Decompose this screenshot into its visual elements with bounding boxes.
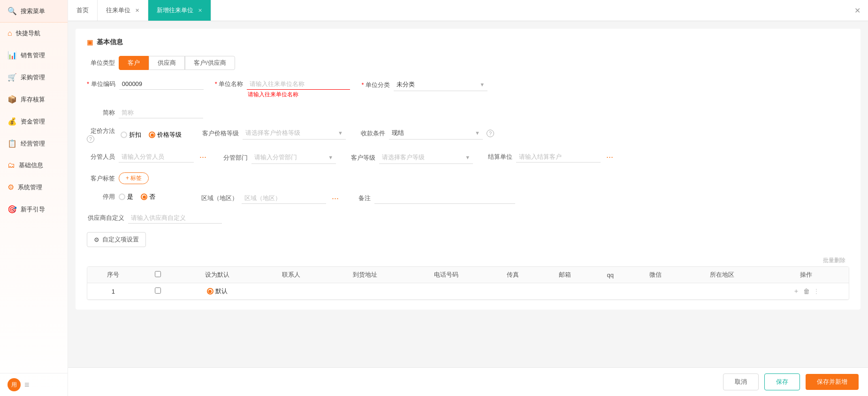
row-region (682, 283, 763, 300)
main-area: 首页 往来单位 ✕ 新增往来单位 ✕ ✕ ▣ 基本信息 单位类型 客户 (68, 0, 868, 396)
sidebar-item-operation[interactable]: 📋 经营管理 (0, 132, 68, 155)
unit-category-chevron: ▼ (480, 82, 485, 87)
customer-price-level-chevron: ▼ (338, 130, 343, 136)
sidebar-item-sales[interactable]: 📊 销售管理 (0, 44, 68, 66)
unit-btn-customer[interactable]: 客户 (119, 56, 149, 70)
unit-code-label: * 单位编码 (87, 80, 115, 88)
customer-level-chevron: ▼ (465, 155, 470, 160)
operation-icon: 📋 (8, 139, 17, 148)
radio-level[interactable]: 价格等级 (149, 131, 182, 139)
department-field: 分管部门 请输入分管部门 ▼ (220, 151, 336, 164)
row-fax (487, 283, 539, 300)
radio-no-label: 否 (149, 193, 155, 201)
unit-category-select[interactable]: 未分类 ▼ (394, 78, 487, 91)
region-more-icon[interactable]: ··· (330, 194, 341, 202)
unit-name-input[interactable] (247, 78, 350, 90)
save-new-button[interactable]: 保存并新增 (806, 374, 859, 390)
tab-partners-label: 往来单位 (106, 6, 130, 15)
region-input[interactable] (242, 193, 326, 204)
user-avatar: 用 (8, 378, 21, 391)
sidebar-item-quicknav[interactable]: ⌂ 快捷导航 (0, 23, 68, 44)
sidebar-label-finance: 资金管理 (21, 117, 45, 126)
window-close-button[interactable]: ✕ (847, 6, 868, 15)
radio-yes[interactable]: 是 (119, 193, 133, 201)
sidebar-item-finance[interactable]: 💰 资金管理 (0, 110, 68, 132)
supplier-custom-input[interactable] (128, 212, 222, 224)
manager-more-icon[interactable]: ··· (198, 153, 208, 161)
customer-level-select[interactable]: 请选择客户等级 ▼ (379, 151, 473, 164)
gear-icon: ⚙ (94, 236, 99, 243)
basic-info-card: ▣ 基本信息 单位类型 客户 供应商 客户/供应商 * (76, 29, 860, 310)
sidebar-item-system[interactable]: ⚙ 系统管理 (0, 176, 68, 198)
radio-discount[interactable]: 折扣 (121, 131, 141, 139)
pricing-row: 定价方法 ? 折扣 价格等级 客户 (87, 127, 849, 143)
sidebar-item-newbie[interactable]: 🎯 新手引导 (0, 198, 68, 220)
row-default-radio[interactable] (207, 288, 213, 295)
tab-new-partner-close-icon[interactable]: ✕ (198, 8, 202, 14)
note-label: 备注 (352, 194, 371, 202)
disable-field: 停用 是 否 (87, 193, 190, 201)
payment-terms-field: 收款条件 现结 ▼ ? (357, 127, 494, 140)
unit-type-field: 单位类型 客户 供应商 客户/供应商 (87, 56, 235, 70)
table-header-actions: 批量删除 (87, 255, 849, 266)
add-tag-button[interactable]: + 标签 (119, 172, 149, 184)
region-field: 区域（地区） ··· (201, 193, 341, 204)
unit-category-label: * 单位分类 (361, 81, 390, 89)
cancel-button[interactable]: 取消 (723, 373, 759, 390)
row-qq (591, 283, 630, 300)
radio-no[interactable]: 否 (141, 193, 155, 201)
radio-yes-label: 是 (127, 193, 133, 201)
sidebar-item-purchase[interactable]: 🛒 采购管理 (0, 66, 68, 88)
unit-code-row: * 单位编码 * 单位名称 请输入往来单位名称 (87, 78, 849, 99)
col-phone: 电话号码 (406, 267, 487, 283)
unit-btn-supplier[interactable]: 供应商 (149, 56, 185, 70)
supplier-custom-field: 供应商自定义 (87, 212, 222, 224)
pricing-help-icon[interactable]: ? (87, 135, 94, 143)
customer-price-level-select[interactable]: 请选择客户价格等级 ▼ (243, 127, 346, 140)
col-contact: 联系人 (258, 267, 324, 283)
department-select[interactable]: 请输入分管部门 ▼ (251, 151, 336, 164)
note-input[interactable] (374, 193, 515, 204)
settlement-input[interactable] (516, 151, 601, 163)
manager-input[interactable] (119, 151, 194, 163)
row-seq: 1 (87, 283, 139, 300)
pricing-radio-group: 折扣 价格等级 (121, 131, 182, 139)
tab-partners-close-icon[interactable]: ✕ (135, 8, 139, 14)
search-icon: 🔍 (8, 7, 17, 16)
row-checkbox (139, 283, 176, 300)
sidebar-label-quicknav: 快捷导航 (16, 29, 40, 38)
short-name-row: 简称 (87, 107, 849, 118)
sidebar-item-inventory[interactable]: 📦 库存核算 (0, 88, 68, 110)
unit-btn-both[interactable]: 客户/供应商 (185, 56, 235, 70)
tag-field: 客户标签 + 标签 (87, 172, 190, 184)
add-row-icon[interactable]: ＋ (793, 287, 799, 295)
payment-terms-label: 收款条件 (357, 129, 385, 138)
tab-home[interactable]: 首页 (68, 0, 98, 21)
short-name-field: 简称 (87, 107, 203, 118)
content-area: ▣ 基本信息 单位类型 客户 供应商 客户/供应商 * (68, 21, 868, 367)
tab-new-partner[interactable]: 新增往来单位 ✕ (148, 0, 211, 21)
payment-terms-chevron: ▼ (475, 130, 480, 136)
sidebar-item-basic[interactable]: 🗂 基础信息 (0, 155, 68, 176)
save-button[interactable]: 保存 (764, 373, 800, 390)
settlement-more-icon[interactable]: ··· (604, 153, 615, 161)
payment-terms-select[interactable]: 现结 ▼ (389, 127, 483, 140)
radio-discount-label: 折扣 (129, 131, 141, 139)
sidebar-item-search[interactable]: 🔍 搜索菜单 (0, 0, 68, 23)
delete-row-icon[interactable]: 🗑 (803, 287, 810, 295)
purchase-icon: 🛒 (8, 73, 17, 82)
tab-partners[interactable]: 往来单位 ✕ (98, 0, 148, 21)
row-select-checkbox[interactable] (155, 287, 161, 294)
batch-delete-button[interactable]: 批量删除 (823, 256, 845, 264)
sidebar-expand-icon[interactable]: ≡ (24, 380, 30, 390)
select-all-checkbox[interactable] (155, 271, 161, 277)
payment-help-icon[interactable]: ? (487, 130, 494, 137)
tag-label: 客户标签 (87, 174, 115, 183)
short-name-input[interactable] (119, 107, 203, 118)
section-title: ▣ 基本信息 (87, 38, 849, 47)
unit-code-input[interactable] (119, 78, 204, 90)
radio-yes-circle (119, 194, 125, 200)
custom-settings-button[interactable]: ⚙ 自定义项设置 (87, 232, 146, 247)
tab-home-label: 首页 (76, 6, 89, 15)
tab-new-partner-label: 新增往来单位 (157, 6, 193, 15)
